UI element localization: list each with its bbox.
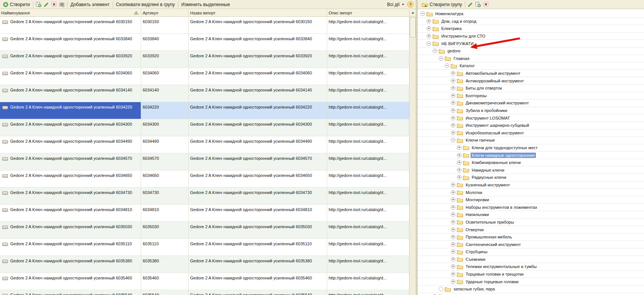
table-row[interactable]: Gedore 2 A Ключ накидной односторонний у… [0, 256, 409, 273]
expander-icon[interactable] [439, 287, 443, 291]
tree-item-label[interactable]: Кузнечный инструмент [464, 182, 511, 188]
tree-item[interactable]: + Зубила и пробойники [417, 107, 644, 115]
tree-item-label[interactable]: Инструмент LOSOMAT [464, 115, 511, 121]
tree-item[interactable]: − gedore [417, 47, 644, 55]
barcode-button[interactable] [58, 1, 66, 8]
tree-item-label[interactable]: Ключи для труднодоступных мест [471, 145, 539, 150]
tree-item[interactable]: + Накидные ключи [417, 166, 644, 174]
create-group-button[interactable]: Створити групу [420, 1, 464, 8]
tree-item-label[interactable]: Ключи гаечные [464, 137, 496, 143]
table-row[interactable]: Gedore 2 A Ключ накидной односторонний у… [0, 17, 409, 34]
tree-item[interactable]: − Номенклатура [417, 10, 644, 18]
tree-item[interactable]: + Тележки инструментальные и тумбы [417, 263, 644, 271]
tree-item[interactable]: + Торцевые головки и трещотки [417, 271, 644, 278]
tree-item[interactable]: + Динамометрический инструмент [417, 99, 644, 107]
tree-item[interactable]: + Ключи накидные односторонние [417, 151, 644, 159]
tree-item[interactable]: + Отвертки [417, 226, 644, 233]
expander-icon[interactable]: + [451, 235, 455, 239]
tree-item[interactable]: − Главная [417, 55, 644, 63]
edit-button[interactable] [43, 1, 50, 8]
scrollbar-thumb[interactable] [410, 17, 416, 38]
tree-item[interactable]: + Струбцины [417, 248, 644, 256]
tree-item[interactable]: + Автомобильный инструмент [417, 70, 644, 77]
tree-item-label[interactable]: Зубила и пробойники [464, 108, 508, 113]
tree-item-label[interactable]: Струбцины [464, 249, 488, 254]
expander-icon[interactable]: + [451, 108, 455, 113]
expander-icon[interactable]: − [433, 49, 437, 53]
tree-item[interactable]: + Ударные торцевые головки [417, 278, 644, 286]
tree-item-label[interactable]: НЕ ВИГРУЖАТИ [440, 41, 475, 46]
column-header-article[interactable]: Артикул [141, 9, 189, 16]
tree-item-label[interactable]: Наборы инструментов в ложементах [464, 205, 539, 210]
tree-item-label[interactable]: Електрика [440, 26, 463, 31]
tree-item[interactable]: − НЕ ВИГРУЖАТИ [417, 40, 644, 47]
copy-new-button[interactable] [35, 1, 43, 8]
tree-item[interactable]: + Кузнечный инструмент [417, 181, 644, 189]
tree-item[interactable]: + Електрика [417, 25, 644, 33]
tree-item[interactable]: + Болторезы [417, 92, 644, 100]
expander-icon[interactable]: − [420, 11, 425, 16]
tree-item[interactable]: + Инструмент LOSOMAT [417, 114, 644, 122]
tree-item-label[interactable]: Динамометрический инструмент [464, 100, 530, 106]
delete-button[interactable] [50, 1, 58, 8]
tree-item[interactable]: + Биты для отверток [417, 85, 644, 92]
table-row[interactable]: Gedore 2 A Ключ накидной односторонний у… [0, 222, 409, 239]
expander-icon[interactable]: + [451, 257, 455, 262]
all-actions-button[interactable]: Всі дії [385, 1, 406, 8]
table-row[interactable]: Gedore 2 A Ключ накидной односторонний у… [0, 136, 409, 153]
tree-edit-button[interactable] [466, 1, 474, 8]
tree-item-label[interactable]: Номенклатура [434, 11, 464, 16]
table-row[interactable]: Gedore 2 A Ключ накидной односторонний у… [0, 102, 409, 119]
tree-item-label[interactable]: Болторезы [464, 93, 488, 98]
tree-item[interactable]: + Наборы инструментов в ложементах [417, 204, 644, 211]
tree-item[interactable]: + Инструмент шарнирно-губцевый [417, 122, 644, 129]
expander-icon[interactable]: + [451, 272, 455, 276]
tree-delete-button[interactable] [482, 1, 490, 8]
tree-item[interactable]: + Сантехнический инструмент [417, 241, 644, 248]
table-row[interactable]: Gedore 2 A Ключ накидной односторонний у… [0, 85, 409, 102]
table-row[interactable]: Gedore 2 A Ключ накидной односторонний у… [0, 68, 409, 85]
expander-icon[interactable]: + [451, 190, 455, 195]
expander-icon[interactable]: − [451, 138, 455, 142]
expander-icon[interactable]: + [451, 101, 455, 105]
expander-icon[interactable]: − [445, 63, 449, 68]
expander-icon[interactable]: + [451, 227, 455, 232]
table-row[interactable]: Gedore 2 A Ключ накидной односторонний у… [0, 153, 409, 170]
expander-icon[interactable]: + [451, 279, 455, 284]
scroll-up-button[interactable] [409, 9, 416, 16]
column-header-name[interactable]: Найменування [0, 9, 141, 16]
expander-icon[interactable]: + [451, 197, 455, 202]
expander-icon[interactable]: + [457, 168, 461, 172]
tree-item-label[interactable]: Напильники [464, 212, 490, 217]
tree-item-label[interactable]: Каталог [458, 63, 476, 68]
expander-icon[interactable]: + [451, 79, 455, 83]
tree-item-label[interactable]: Ключи накидные односторонние [471, 153, 536, 158]
expander-icon[interactable]: + [427, 26, 431, 31]
expander-icon[interactable]: + [457, 175, 461, 180]
table-row[interactable]: Gedore 2 A Ключ накидной односторонний у… [0, 205, 409, 222]
expander-icon[interactable]: + [451, 212, 455, 217]
table-row[interactable]: Gedore 2 A Ключ накидной односторонний у… [0, 51, 409, 68]
tree-item[interactable]: запасные губки, пара [417, 286, 644, 293]
edit-selected-button[interactable]: Изменить выделенные [180, 1, 232, 8]
tree-item[interactable]: + Напильники [417, 211, 644, 219]
expander-icon[interactable]: + [457, 153, 461, 158]
tree-item-label[interactable]: Биты для отверток [464, 85, 503, 91]
table-row[interactable]: Gedore 2 A Ключ накидной односторонний у… [0, 290, 409, 295]
table-scrollbar[interactable] [409, 9, 416, 295]
tree-item[interactable]: + Монтировки [417, 196, 644, 204]
tree-item-label[interactable]: Инструменты для СТО [440, 33, 487, 39]
tree-item[interactable]: + Искробезопасный инструмент [417, 129, 644, 137]
tree-copy-new-button[interactable] [474, 1, 482, 8]
tree-item[interactable]: + Съемники [417, 256, 644, 263]
column-header-import-name[interactable]: Назва імпорт [189, 9, 327, 16]
create-button[interactable]: Створити [1, 1, 32, 8]
tree-item[interactable]: + Ключи для труднодоступных мест [417, 144, 644, 152]
tree-item-label[interactable]: gedore [446, 48, 461, 54]
tree-item-label[interactable]: запасные губки, пара [452, 286, 496, 292]
expander-icon[interactable]: + [451, 205, 455, 210]
table-row[interactable]: Gedore 2 A Ключ накидной односторонний у… [0, 273, 409, 290]
tree-item[interactable]: − Каталог [417, 62, 644, 70]
table-row[interactable]: Gedore 2 A Ключ накидной односторонний у… [0, 188, 409, 205]
tree-item-label[interactable]: Антикоррозийный инструмент [464, 78, 525, 84]
